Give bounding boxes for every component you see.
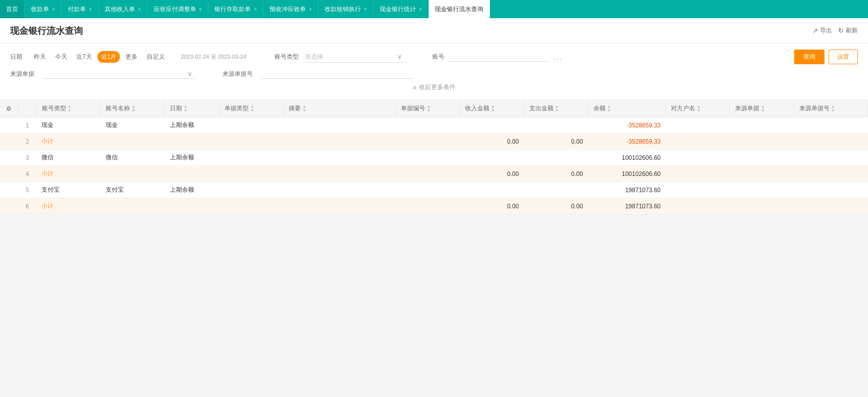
date-shortcut-自定义[interactable]: 自定义 (143, 51, 168, 63)
cell-summary (283, 117, 395, 134)
data-table-container: ⚙ 账号类型▲▼ 账号名称▲▼ 日期▲▼ 单据类型▲▼ 摘要▲▼ 单据编号▲▼ … (0, 100, 868, 214)
cell-counterparty (666, 166, 730, 182)
col-account-type[interactable]: 账号类型▲▼ (36, 100, 101, 117)
cell-source-doc (730, 117, 794, 134)
col-summary[interactable]: 摘要▲▼ (283, 100, 395, 117)
cell-date: 上期余额 (165, 117, 219, 134)
cell-account-name: 现金 (101, 117, 165, 134)
row-gear (0, 117, 18, 134)
nav-tab-ar-ap-adjust[interactable]: 应收应付调整单 × (148, 0, 209, 18)
close-icon[interactable]: × (89, 7, 92, 12)
account-type-label: 账号类型 (275, 53, 299, 61)
cell-counterparty (666, 182, 730, 198)
gear-icon: ⚙ (6, 105, 12, 112)
date-shortcut-近1月[interactable]: 近1月 (98, 51, 120, 63)
date-shortcut-更多[interactable]: 更多 (122, 51, 141, 63)
col-gear[interactable]: ⚙ (0, 100, 18, 117)
account-input[interactable] (448, 52, 550, 62)
close-icon[interactable]: × (254, 7, 257, 12)
nav-tab-payment[interactable]: 付款单 × (62, 0, 99, 18)
account-dots-button[interactable]: ... (554, 53, 563, 61)
nav-tab-bank-deposit[interactable]: 银行存取款单 × (208, 0, 263, 18)
cell-date (165, 134, 219, 150)
account-type-select[interactable]: 请选择 ∨ (303, 52, 404, 63)
col-doc-type[interactable]: 单据类型▲▼ (219, 100, 284, 117)
row-gear (0, 182, 18, 198)
close-icon[interactable]: × (52, 7, 55, 12)
source-doc-arrow-icon: ∨ (188, 70, 192, 77)
cell-balance: 100102606.60 (588, 166, 666, 182)
top-navigation: 首页 收款单 ×付款单 ×其他收入单 ×应收应付调整单 ×银行存取款单 ×预收冲… (0, 0, 868, 18)
cell-income: 0.00 (460, 166, 524, 182)
source-doc-no-input[interactable] (261, 69, 413, 79)
col-doc-no[interactable]: 单据编号▲▼ (396, 100, 460, 117)
row-number: 4 (18, 166, 36, 182)
cell-account-name (101, 134, 165, 150)
close-icon[interactable]: × (138, 7, 141, 12)
table-row: 5支付宝支付宝上期余额19871073.60 (0, 182, 868, 198)
col-source-doc[interactable]: 来源单据▲▼ (730, 100, 794, 117)
cell-income (460, 117, 524, 134)
col-expense[interactable]: 支出金额▲▼ (524, 100, 588, 117)
cell-date: 上期余额 (165, 150, 219, 166)
cell-doc-type (219, 134, 284, 150)
cell-doc-no (396, 150, 460, 166)
cell-doc-no (396, 166, 460, 182)
row-gear (0, 134, 18, 150)
date-shortcut-今天[interactable]: 今天 (52, 51, 71, 63)
cell-account-name: 支付宝 (101, 182, 165, 198)
cell-doc-type (219, 117, 284, 134)
cell-doc-no (396, 117, 460, 134)
cell-counterparty (666, 117, 730, 134)
col-date[interactable]: 日期▲▼ (165, 100, 219, 117)
table-row: 2小计0.000.00-3528659.33 (0, 134, 868, 150)
cell-account-type: 现金 (36, 117, 101, 134)
nav-tab-cash-bank-stat[interactable]: 现金银行统计 × (374, 0, 429, 18)
date-shortcut-昨天[interactable]: 昨天 (30, 51, 50, 63)
table-body: 1现金现金上期余额-3528659.332小计0.000.00-3528659.… (0, 117, 868, 214)
date-shortcut-近7天[interactable]: 近7天 (73, 51, 96, 63)
source-doc-select[interactable]: ∨ (42, 69, 194, 79)
cell-balance: 100102606.60 (588, 150, 666, 166)
filter-row-1: 日期 昨天今天近7天近1月更多自定义 2023-02-24 至 2023-03-… (10, 50, 858, 64)
cell-expense: 0.00 (524, 166, 588, 182)
cell-source-doc (730, 166, 794, 182)
col-row-num (18, 100, 36, 117)
cell-account-type: 微信 (36, 150, 101, 166)
col-income[interactable]: 收入金额▲▼ (460, 100, 524, 117)
nav-tab-cash-bank-flow[interactable]: 现金银行流水查询 (429, 0, 490, 18)
close-icon[interactable]: × (199, 7, 202, 12)
cell-doc-no (396, 198, 460, 214)
cash-flow-table: ⚙ 账号类型▲▼ 账号名称▲▼ 日期▲▼ 单据类型▲▼ 摘要▲▼ 单据编号▲▼ … (0, 100, 868, 214)
query-button[interactable]: 查询 (794, 50, 825, 64)
col-source-doc-no[interactable]: 来源单据号▲▼ (794, 100, 867, 117)
collapse-button[interactable]: ∧ 收起更多条件 (413, 81, 455, 94)
cell-date (165, 166, 219, 182)
close-icon[interactable]: × (309, 7, 312, 12)
row-gear (0, 198, 18, 214)
col-account-name[interactable]: 账号名称▲▼ (101, 100, 165, 117)
cell-doc-no (396, 134, 460, 150)
cell-account-type: 小计 (36, 134, 101, 150)
cell-expense: 0.00 (524, 134, 588, 150)
refresh-button[interactable]: ↻ 刷新 (838, 26, 858, 35)
nav-tab-other-income[interactable]: 其他收入单 × (99, 0, 148, 18)
cell-balance: 19871073.60 (588, 182, 666, 198)
row-number: 3 (18, 150, 36, 166)
nav-tab-pre-collect[interactable]: 预收冲应收单 × (263, 0, 318, 18)
settings-button[interactable]: 设置 (829, 50, 858, 64)
table-row: 4小计0.000.00100102606.60 (0, 166, 868, 182)
close-icon[interactable]: × (419, 7, 422, 12)
nav-tab-receipt[interactable]: 收款单 × (25, 0, 62, 18)
nav-home[interactable]: 首页 (0, 0, 25, 18)
nav-tab-collection-exec[interactable]: 收款核销执行 × (318, 0, 374, 18)
table-header: ⚙ 账号类型▲▼ 账号名称▲▼ 日期▲▼ 单据类型▲▼ 摘要▲▼ 单据编号▲▼ … (0, 100, 868, 117)
cell-date (165, 198, 219, 214)
cell-balance: -3528659.33 (588, 117, 666, 134)
cell-source-doc (730, 198, 794, 214)
close-icon[interactable]: × (364, 7, 367, 12)
col-balance[interactable]: 余额▲▼ (588, 100, 666, 117)
export-button[interactable]: ↗ 导出 (812, 26, 832, 35)
col-counterparty[interactable]: 对方户名▲▼ (666, 100, 730, 117)
page-title: 现金银行流水查询 (10, 25, 83, 37)
